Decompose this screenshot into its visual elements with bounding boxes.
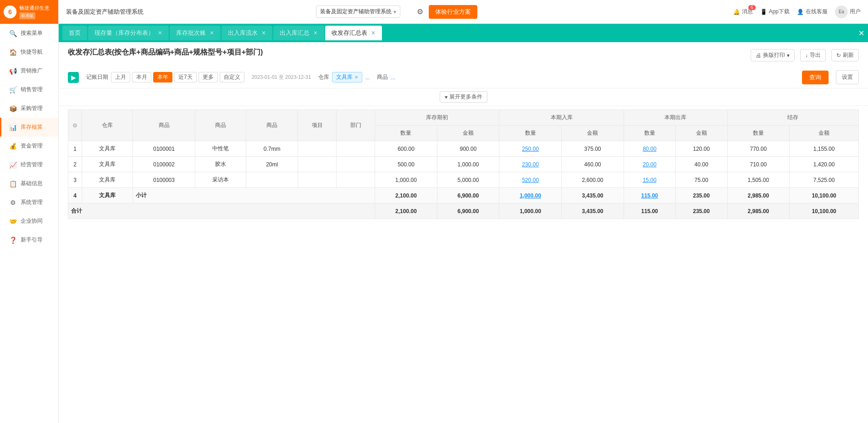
row-out-qty[interactable]: 20.00 bbox=[624, 157, 675, 172]
finance-icon: 💰 bbox=[9, 143, 17, 150]
date-btn-this-month[interactable]: 本月 bbox=[132, 72, 151, 82]
page-content: 收发存汇总表(按仓库+商品编码+商品+规格型号+项目+部门) 🖨 换版打印 ▾ … bbox=[59, 42, 868, 423]
sidebar-item-guide[interactable]: ❓ 新手引导 bbox=[0, 231, 58, 249]
setting-button[interactable]: 设置 bbox=[836, 70, 859, 84]
tab-inout-summary[interactable]: 出入库汇总 ✕ bbox=[273, 26, 324, 40]
sidebar-item-purchase[interactable]: 📦 采购管理 bbox=[0, 99, 58, 118]
sales-icon: 🛒 bbox=[9, 86, 17, 93]
table-total-row: 合计 2,100.00 6,900.00 1,000.00 3,435.00 1… bbox=[68, 203, 859, 219]
row-in-amt: 2,600.00 bbox=[562, 172, 624, 188]
row-opening-amt: 5,000.00 bbox=[437, 172, 499, 188]
sidebar-item-operation[interactable]: 📈 经营管理 bbox=[0, 155, 58, 174]
sidebar-item-inventory[interactable]: 📊 库存核算 bbox=[0, 118, 58, 137]
row-in-qty[interactable]: 520.00 bbox=[499, 172, 562, 188]
marketing-icon: 📢 bbox=[9, 67, 17, 75]
row-in-qty[interactable]: 230.00 bbox=[499, 157, 562, 172]
col-header-out: 本期出库 bbox=[624, 110, 727, 126]
refresh-icon: ↻ bbox=[836, 52, 841, 59]
sidebar-item-label: 销售管理 bbox=[21, 86, 43, 93]
date-btn-last-month[interactable]: 上月 bbox=[111, 72, 130, 82]
row-dept bbox=[337, 141, 375, 157]
sidebar-item-finance[interactable]: 💰 资金管理 bbox=[0, 137, 58, 155]
warehouse-tag[interactable]: 文具库 ✕ bbox=[332, 72, 362, 82]
table-settings-header[interactable]: ⚙ bbox=[68, 110, 82, 141]
tab-receive-summary[interactable]: 收发存汇总表 ✕ bbox=[325, 26, 382, 40]
sidebar-nav: 🔍 搜索菜单 🏠 快捷导航 📢 营销推广 🛒 销售管理 📦 采购管理 📊 库存核… bbox=[0, 24, 58, 423]
total-closing-qty: 2,985.00 bbox=[727, 203, 790, 219]
col-header-in: 本期入库 bbox=[499, 110, 624, 126]
date-btn-custom[interactable]: 自定义 bbox=[220, 72, 244, 82]
sidebar-item-search[interactable]: 🔍 搜索菜单 bbox=[0, 24, 58, 43]
row-in-qty[interactable]: 250.00 bbox=[499, 141, 562, 157]
sidebar-logo: 6 畅捷通好生意 标准版 bbox=[0, 0, 58, 24]
subtotal-in-amt: 3,435.00 bbox=[562, 188, 624, 203]
sidebar-item-label: 搜索菜单 bbox=[21, 29, 43, 37]
tabbar: 首页 现存量（库存分布表） ✕ 库存批次账 ✕ 出入库流水 ✕ 出入库汇总 ✕ … bbox=[59, 24, 868, 42]
tab-inventory-dist[interactable]: 现存量（库存分布表） ✕ bbox=[88, 26, 169, 40]
row-out-qty[interactable]: 15.00 bbox=[624, 172, 675, 188]
goods-more-dots[interactable]: ... bbox=[391, 74, 395, 81]
date-btn-more[interactable]: 更多 bbox=[199, 72, 218, 82]
col-header-warehouse: 仓库 bbox=[82, 110, 133, 141]
tab-close-icon[interactable]: ✕ bbox=[158, 30, 162, 36]
sidebar-item-label: 企业协同 bbox=[21, 217, 43, 225]
query-button[interactable]: 查询 bbox=[802, 71, 829, 84]
row-warehouse: 文具库 bbox=[82, 157, 133, 172]
sidebar-item-sales[interactable]: 🛒 销售管理 bbox=[0, 80, 58, 99]
sidebar-item-basic-info[interactable]: 📋 基础信息 bbox=[0, 174, 58, 193]
refresh-button[interactable]: ↻ 刷新 bbox=[831, 49, 859, 61]
tab-close-icon[interactable]: ✕ bbox=[210, 30, 214, 36]
row-out-qty[interactable]: 80.00 bbox=[624, 141, 675, 157]
avatar: Ea bbox=[835, 5, 848, 18]
online-service-action[interactable]: 👤 在线客服 bbox=[797, 8, 828, 16]
page-title-bar: 收发存汇总表(按仓库+商品编码+商品+规格型号+项目+部门) 🖨 换版打印 ▾ … bbox=[59, 42, 868, 66]
col-header-opening-qty: 数量 bbox=[375, 126, 437, 141]
experience-button[interactable]: 体验行业方案 bbox=[429, 5, 477, 19]
subtotal-out-amt: 235.00 bbox=[675, 188, 727, 203]
subtotal-in-qty[interactable]: 1,000.00 bbox=[499, 188, 562, 203]
user-action[interactable]: Ea 用户 bbox=[835, 5, 861, 18]
row-dept bbox=[337, 157, 375, 172]
purchase-icon: 📦 bbox=[9, 105, 17, 112]
tab-close-icon[interactable]: ✕ bbox=[261, 30, 266, 36]
messages-action[interactable]: 🔔 消息 6 bbox=[733, 8, 753, 16]
subtotal-opening-qty: 2,100.00 bbox=[375, 188, 437, 203]
tab-close-icon[interactable]: ✕ bbox=[371, 30, 376, 36]
system-title: 装备及固定资产辅助管理系统 bbox=[66, 8, 310, 16]
search-icon: 🔍 bbox=[9, 30, 17, 37]
col-header-closing-qty: 数量 bbox=[727, 126, 790, 141]
tab-batch[interactable]: 库存批次账 ✕ bbox=[170, 26, 221, 40]
tab-close-icon[interactable]: ✕ bbox=[313, 30, 318, 36]
gear-icon[interactable]: ⚙ bbox=[417, 7, 423, 16]
sidebar-item-cooperation[interactable]: 🤝 企业协同 bbox=[0, 212, 58, 231]
sidebar-item-marketing[interactable]: 📢 营销推广 bbox=[0, 61, 58, 80]
warehouse-more-dots[interactable]: ... bbox=[365, 74, 370, 81]
export-button[interactable]: ↓ 导出 bbox=[800, 49, 826, 61]
export-icon: ↓ bbox=[805, 52, 808, 59]
close-page-button[interactable]: ✕ bbox=[858, 29, 864, 38]
tab-home[interactable]: 首页 bbox=[62, 26, 87, 40]
expand-conditions-button[interactable]: ▾ 展开更多条件 bbox=[440, 91, 487, 103]
date-btn-7days[interactable]: 近7天 bbox=[174, 72, 197, 82]
sidebar-item-label: 系统管理 bbox=[21, 198, 43, 206]
main-area: 装备及固定资产辅助管理系统 装备及固定资产辅助管理系统 ▾ ⚙ 体验行业方案 🔔… bbox=[59, 0, 868, 423]
row-opening-amt: 900.00 bbox=[437, 141, 499, 157]
system-select[interactable]: 装备及固定资产辅助管理系统 ▾ bbox=[316, 5, 400, 18]
warehouse-tag-close-icon[interactable]: ✕ bbox=[354, 75, 358, 80]
filter-toggle-button[interactable]: ▶ bbox=[68, 72, 79, 83]
tab-inout-flow[interactable]: 出入库流水 ✕ bbox=[221, 26, 272, 40]
subtotal-out-qty[interactable]: 115.00 bbox=[624, 188, 675, 203]
tab-inout-summary-label: 出入库汇总 bbox=[280, 29, 310, 37]
sidebar-item-label: 营销推广 bbox=[21, 67, 43, 75]
row-no: 2 bbox=[68, 157, 82, 172]
date-btn-this-year[interactable]: 本年 bbox=[153, 72, 172, 82]
app-download-action[interactable]: 📱 App下载 bbox=[760, 8, 790, 16]
date-buttons: 上月 本月 本年 近7天 更多 自定义 bbox=[111, 72, 244, 82]
subtotal-closing-qty: 2,985.00 bbox=[727, 188, 790, 203]
col-header-out-amt: 金额 bbox=[675, 126, 727, 141]
sidebar-item-quick-nav[interactable]: 🏠 快捷导航 bbox=[0, 43, 58, 61]
col-header-project: 项目 bbox=[298, 110, 337, 141]
logo-icon: 6 bbox=[4, 5, 17, 18]
sidebar-item-system[interactable]: ⚙ 系统管理 bbox=[0, 193, 58, 212]
print-button[interactable]: 🖨 换版打印 ▾ bbox=[751, 49, 795, 61]
